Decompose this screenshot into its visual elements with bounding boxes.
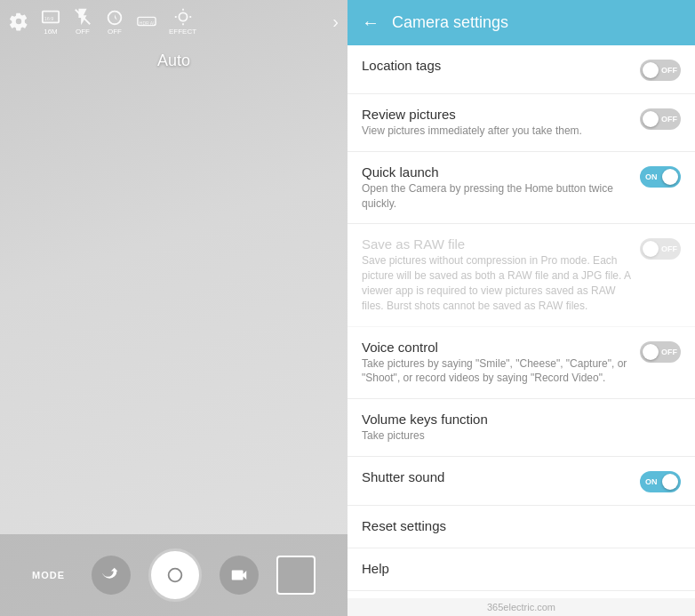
quick-launch-toggle[interactable]: ON [640, 166, 681, 188]
quick-launch-content: Quick launch Open the Camera by pressing… [362, 164, 640, 212]
voice-control-toggle[interactable]: OFF [640, 341, 681, 363]
toggle-off-label-3: OFF [661, 244, 677, 253]
toggle-off-label-2: OFF [661, 115, 677, 124]
location-tags-toggle[interactable]: OFF [640, 60, 681, 81]
toolbar-expand-arrow[interactable]: › [332, 12, 339, 32]
volume-keys-content: Volume keys function Take pictures [362, 412, 681, 444]
settings-item-help[interactable]: Help [348, 548, 695, 591]
voice-control-toggle-container: OFF [640, 341, 681, 363]
quick-launch-desc: Open the Camera by pressing the Home but… [362, 181, 631, 212]
save-raw-content: Save as RAW file Save pictures without c… [362, 236, 640, 313]
settings-item-shutter-sound[interactable]: Shutter sound ON [348, 457, 695, 506]
settings-item-reset[interactable]: Reset settings [348, 506, 695, 548]
camera-viewfinder: 16:9 16M OFF OFF HDR AUTO EFFECT › Auto [0, 0, 348, 616]
svg-text:16:9: 16:9 [44, 16, 54, 21]
settings-icon-btn[interactable] [9, 12, 28, 31]
camera-controls-bar: MODE [0, 534, 348, 616]
flash-icon-btn[interactable]: OFF [73, 7, 92, 36]
save-raw-desc: Save pictures without compression in Pro… [362, 253, 631, 313]
location-tags-content: Location tags [362, 58, 640, 75]
shutter-sound-title: Shutter sound [362, 469, 631, 484]
toggle-knob-2 [643, 111, 659, 127]
toggle-off-label-4: OFF [661, 348, 677, 356]
svg-point-7 [169, 569, 182, 582]
review-pictures-title: Review pictures [362, 107, 631, 122]
settings-item-review-pictures[interactable]: Review pictures View pictures immediatel… [348, 94, 695, 152]
help-content: Help [362, 561, 681, 578]
camera-toolbar: 16:9 16M OFF OFF HDR AUTO EFFECT › [0, 0, 348, 43]
flip-camera-button[interactable] [92, 556, 131, 595]
quick-launch-toggle-container: ON [640, 166, 681, 188]
save-raw-toggle: OFF [640, 238, 681, 260]
toggle-knob-6 [662, 474, 678, 490]
toggle-knob [643, 62, 659, 78]
settings-header: ← Camera settings [348, 0, 695, 45]
settings-item-volume-keys[interactable]: Volume keys function Take pictures [348, 399, 695, 457]
timer-icon-btn[interactable]: OFF [105, 7, 124, 36]
video-button[interactable] [220, 556, 259, 595]
save-raw-toggle-container: OFF [640, 238, 681, 260]
settings-item-location-tags[interactable]: Location tags OFF [348, 45, 695, 94]
reset-settings-title: Reset settings [362, 518, 672, 533]
svg-point-3 [108, 12, 122, 25]
ratio-indicator: 16:9 16M [41, 7, 60, 36]
settings-list: Location tags OFF Review pictures View p… [348, 45, 695, 598]
settings-header-title: Camera settings [392, 13, 508, 32]
settings-item-save-raw: Save as RAW file Save pictures without c… [348, 224, 695, 326]
review-pictures-toggle-container: OFF [640, 108, 681, 130]
svg-text:HDR AUTO: HDR AUTO [140, 20, 156, 26]
help-title: Help [362, 561, 672, 576]
toggle-off-label: OFF [661, 66, 677, 75]
voice-control-title: Voice control [362, 340, 631, 355]
svg-point-6 [179, 12, 187, 20]
quick-launch-title: Quick launch [362, 164, 631, 180]
shutter-sound-toggle[interactable]: ON [640, 471, 681, 492]
hdr-icon-btn[interactable]: HDR AUTO [137, 12, 156, 31]
gallery-thumbnail[interactable] [276, 556, 316, 595]
review-pictures-content: Review pictures View pictures immediatel… [362, 107, 640, 139]
megapixel-label: 16M [44, 28, 58, 36]
shutter-sound-toggle-container: ON [640, 471, 681, 492]
location-tags-toggle-container: OFF [640, 60, 681, 81]
reset-settings-content: Reset settings [362, 518, 681, 535]
toggle-knob-3 [662, 169, 678, 185]
camera-mode-label: Auto [0, 52, 348, 70]
settings-item-voice-control[interactable]: Voice control Take pictures by saying "S… [348, 327, 695, 400]
settings-item-quick-launch[interactable]: Quick launch Open the Camera by pressing… [348, 152, 695, 225]
toggle-knob-5 [643, 344, 659, 360]
toggle-knob-4 [643, 241, 659, 257]
review-pictures-desc: View pictures immediately after you take… [362, 124, 631, 139]
settings-panel: ← Camera settings Location tags OFF Revi… [348, 0, 695, 616]
shutter-button[interactable] [148, 548, 202, 602]
mode-button[interactable]: MODE [32, 570, 65, 580]
location-tags-title: Location tags [362, 58, 631, 73]
voice-control-desc: Take pictures by saying "Smile", "Cheese… [362, 356, 631, 387]
voice-control-content: Voice control Take pictures by saying "S… [362, 340, 640, 387]
save-raw-title: Save as RAW file [362, 236, 631, 252]
shutter-sound-content: Shutter sound [362, 469, 640, 486]
review-pictures-toggle[interactable]: OFF [640, 108, 681, 130]
toggle-on-label: ON [645, 172, 658, 181]
back-arrow-icon[interactable]: ← [362, 12, 379, 33]
toggle-on-label-2: ON [645, 477, 658, 486]
volume-keys-title: Volume keys function [362, 412, 672, 427]
effect-icon-btn[interactable]: EFFECT [169, 7, 196, 36]
watermark: 365electric.com [348, 598, 695, 616]
volume-keys-desc: Take pictures [362, 428, 672, 444]
